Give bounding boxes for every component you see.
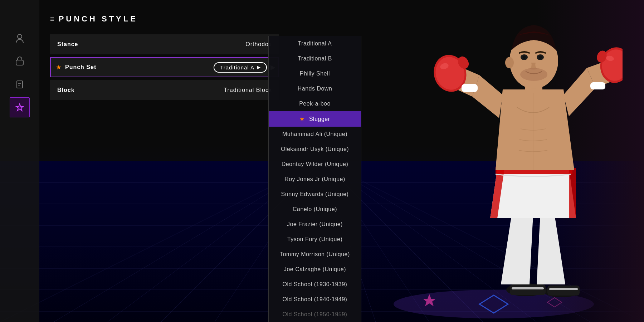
svg-point-45 xyxy=(505,57,514,68)
dropdown-item-joe-calzaghe[interactable]: Joe Calzaghe (Unique) xyxy=(269,262,361,277)
fighter-area xyxy=(426,7,623,301)
dropdown-item-label: Traditional B xyxy=(298,55,332,62)
stance-row[interactable]: Stance Orthodox xyxy=(50,34,279,54)
sidebar-icon-special[interactable] xyxy=(10,97,30,117)
block-label: Block xyxy=(50,87,224,93)
stance-label: Stance xyxy=(50,41,245,48)
sidebar-icon-block[interactable] xyxy=(10,74,30,94)
svg-rect-30 xyxy=(510,284,546,295)
dropdown-item-label: Peek-a-boo xyxy=(299,101,331,107)
dropdown-item-sunny-edwards[interactable]: Sunny Edwards (Unique) xyxy=(269,187,361,202)
dropdown-item-hands-down[interactable]: Hands Down xyxy=(269,81,361,96)
dropdown-item-label: Tyson Fury (Unique) xyxy=(287,236,342,242)
dropdown-item-label: Sunny Edwards (Unique) xyxy=(281,191,349,197)
dropdown-item-label: Joe Frazier (Unique) xyxy=(287,221,343,227)
dropdown-item-old-school-1930[interactable]: Old School (1930-1939) xyxy=(269,277,361,292)
page-title: PUNCH STYLE xyxy=(59,14,138,24)
svg-point-49 xyxy=(539,56,542,59)
svg-rect-26 xyxy=(16,60,23,65)
svg-point-50 xyxy=(520,68,547,81)
svg-rect-32 xyxy=(512,287,544,289)
sidebar-icon-punch[interactable] xyxy=(10,52,30,72)
main-content: ≡ PUNCH STYLE Stance Orthodox ★ Punch Se… xyxy=(39,0,290,117)
dropdown-item-oleksandr-usyk[interactable]: Oleksandr Usyk (Unique) xyxy=(269,142,361,157)
dropdown-item-tyson-fury[interactable]: Tyson Fury (Unique) xyxy=(269,232,361,247)
block-row[interactable]: Block Traditional Block xyxy=(50,80,279,100)
punch-set-dropdown: Traditional ATraditional BPhilly ShellHa… xyxy=(268,36,361,322)
dropdown-item-peek-a-boo[interactable]: Peek-a-boo xyxy=(269,96,361,111)
dropdown-item-label: Old School (1940-1949) xyxy=(283,296,347,302)
dropdown-item-traditional-b[interactable]: Traditional B xyxy=(269,51,361,66)
punch-set-value: Traditional A xyxy=(220,64,254,70)
dropdown-item-canelo[interactable]: Canelo (Unique) xyxy=(269,202,361,217)
sidebar xyxy=(0,0,39,322)
dropdown-item-joe-frazier[interactable]: Joe Frazier (Unique) xyxy=(269,217,361,232)
dropdown-item-label: Old School (1950-1959) xyxy=(283,311,347,317)
punch-set-star: ★ xyxy=(56,63,62,71)
sidebar-icon-fighter[interactable] xyxy=(10,29,30,49)
selected-star: ★ xyxy=(299,116,305,122)
dropdown-item-label: Philly Shell xyxy=(300,70,330,77)
dropdown-item-old-school-1940[interactable]: Old School (1940-1949) xyxy=(269,292,361,307)
dropdown-item-old-school-1950[interactable]: Old School (1950-1959) xyxy=(269,307,361,322)
punch-set-label: Punch Set xyxy=(65,64,214,70)
punch-set-value-pill[interactable]: Traditional A ▶ xyxy=(214,62,267,73)
page-title-container: ≡ PUNCH STYLE xyxy=(50,14,279,24)
dropdown-item-label: Roy Jones Jr (Unique) xyxy=(284,176,345,182)
svg-rect-33 xyxy=(549,288,578,290)
dropdown-item-muhammad-ali[interactable]: Muhammad Ali (Unique) xyxy=(269,127,361,142)
svg-rect-27 xyxy=(17,81,23,88)
dropdown-item-label: Old School (1930-1939) xyxy=(283,281,347,287)
dropdown-item-slugger[interactable]: ★Slugger xyxy=(269,111,361,127)
svg-point-47 xyxy=(523,56,526,59)
dropdown-item-tommy-morrison[interactable]: Tommy Morrison (Unique) xyxy=(269,247,361,262)
dropdown-item-label: Traditional A xyxy=(298,40,332,47)
dropdown-item-label: Tommy Morrison (Unique) xyxy=(280,251,350,257)
punch-set-pill-arrow: ▶ xyxy=(257,65,260,70)
dropdown-item-label: Hands Down xyxy=(298,86,332,92)
dropdown-item-label: Deontay Wilder (Unique) xyxy=(282,161,348,167)
svg-rect-38 xyxy=(462,84,478,92)
svg-rect-42 xyxy=(590,82,605,89)
dropdown-item-label: Oleksandr Usyk (Unique) xyxy=(281,146,349,152)
dropdown-item-philly-shell[interactable]: Philly Shell xyxy=(269,66,361,81)
dropdown-item-label: Slugger xyxy=(309,116,330,122)
svg-rect-31 xyxy=(547,286,580,296)
title-icon: ≡ xyxy=(50,15,54,23)
punch-set-row[interactable]: ★ Punch Set Traditional A ▶ ▶ xyxy=(50,57,279,77)
dropdown-item-deontay-wilder[interactable]: Deontay Wilder (Unique) xyxy=(269,157,361,172)
dropdown-item-label: Joe Calzaghe (Unique) xyxy=(284,266,346,272)
svg-point-25 xyxy=(18,34,22,39)
dropdown-item-roy-jones-jr[interactable]: Roy Jones Jr (Unique) xyxy=(269,172,361,187)
dropdown-item-label: Muhammad Ali (Unique) xyxy=(282,131,347,137)
dropdown-item-label: Canelo (Unique) xyxy=(293,206,337,212)
dropdown-item-traditional-a[interactable]: Traditional A xyxy=(269,36,361,51)
